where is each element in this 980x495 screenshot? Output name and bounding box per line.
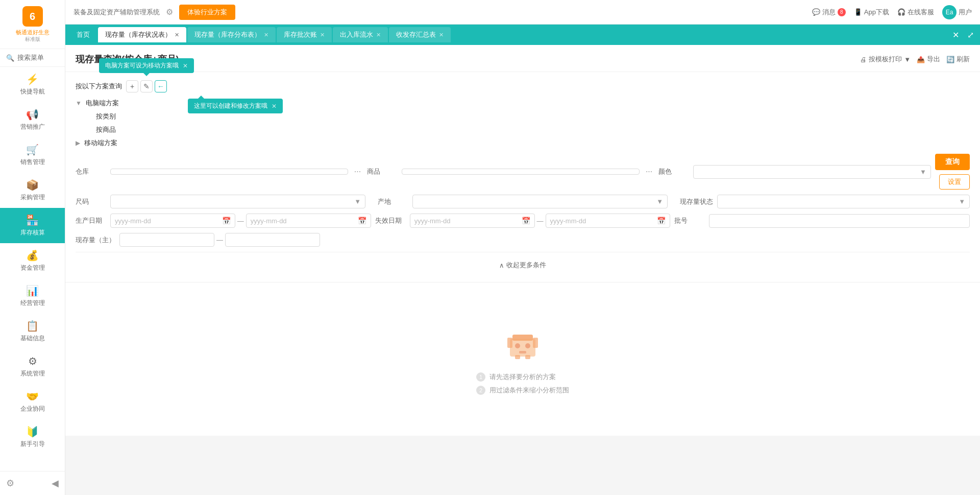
scheme-name-category[interactable]: 按类别 (96, 112, 137, 121)
marketing-icon: 📢 (26, 108, 39, 121)
collapse-row: ∧ 收起更多条件 (76, 252, 970, 274)
add-scheme-btn[interactable]: + (126, 80, 138, 92)
tab-inout-flow[interactable]: 出入库流水 ✕ (333, 27, 388, 42)
tab-inventory-dist[interactable]: 现存量（库存分布表） ✕ (187, 27, 276, 42)
sidebar-item-purchase[interactable]: 📦 采购管理 (0, 173, 65, 208)
color-select[interactable]: ▼ (693, 165, 931, 179)
support-action[interactable]: 🎧 在线客服 (897, 8, 934, 17)
warehouse-dots[interactable]: ··· (352, 167, 363, 176)
page-inner: 现存量查询(按仓库+商品) 🖨 按模板打印 ▼ 📤 导出 🔄 刷新 (65, 45, 980, 436)
sidebar-item-basic[interactable]: 📋 基础信息 (0, 314, 65, 349)
trial-btn[interactable]: 体验行业方案 (179, 5, 235, 20)
app-download-action[interactable]: 📱 App下载 (854, 8, 889, 17)
filter-stock-status: 现存量状态 ▼ (680, 195, 970, 208)
sidebar-item-system[interactable]: ⚙ 系统管理 (0, 349, 65, 384)
header-right: 💬 消息 8 📱 App下载 🎧 在线客服 Ea 用户 (812, 5, 972, 19)
close-all-tabs-icon[interactable]: ✕ (950, 28, 961, 42)
sidebar-search[interactable]: 🔍 搜索菜单 (0, 49, 65, 67)
batch-label: 批号 (674, 216, 705, 225)
filter-header: 按以下方案查询 + ✎ 电脑方案可设为移动方案哦 ✕ (76, 80, 970, 92)
warehouse-label: 仓库 (76, 167, 106, 176)
maximize-icon[interactable]: ⤢ (965, 28, 976, 42)
empty-hint-2: 2 用过滤条件来缩小分析范围 (476, 386, 569, 395)
goods-dots[interactable]: ··· (644, 167, 654, 176)
sidebar-item-enterprise[interactable]: 🤝 企业协同 (0, 384, 65, 419)
mobile-scheme-label[interactable]: 移动端方案 (84, 138, 125, 148)
svg-rect-2 (507, 338, 512, 348)
empty-illustration (502, 323, 543, 364)
sidebar-item-finance[interactable]: 💰 资金管理 (0, 243, 65, 278)
search-button[interactable]: 查询 (935, 154, 970, 170)
mobile-scheme-collapse-icon[interactable]: ▶ (76, 139, 80, 147)
tab-receipt-summary[interactable]: 收发存汇总表 ✕ (389, 27, 451, 42)
tab-bar: 首页 现存量（库存状况表） ✕ 现存量（库存分布表） ✕ 库存批次账 ✕ 出入库… (65, 25, 980, 45)
tab-close-batch-account[interactable]: ✕ (320, 32, 325, 38)
finance-icon: 💰 (26, 249, 39, 262)
calendar-icon-exp-end: 📅 (657, 217, 666, 225)
desktop-scheme-label[interactable]: 电脑端方案 (86, 99, 127, 108)
svg-rect-8 (525, 355, 530, 359)
hint-num-1: 1 (476, 372, 485, 382)
refresh-btn[interactable]: 🔄 刷新 (946, 55, 970, 64)
expiry-date-start[interactable]: yyyy-mm-dd 📅 (410, 214, 535, 228)
headset-icon: 🎧 (897, 8, 905, 16)
sidebar-item-guide[interactable]: 🔰 新手引导 (0, 419, 65, 455)
tab-close-inventory-dist[interactable]: ✕ (264, 32, 268, 38)
size-select[interactable]: ▼ (110, 195, 365, 208)
sidebar-item-inventory[interactable]: 🏪 库存核算 (0, 208, 65, 243)
svg-rect-1 (512, 335, 533, 341)
sidebar-item-marketing[interactable]: 📢 营销推广 (0, 102, 65, 137)
empty-hint-1: 1 请先选择要分析的方案 (476, 372, 569, 382)
sidebar-item-sales[interactable]: 🛒 销售管理 (0, 137, 65, 173)
production-date-start[interactable]: yyyy-mm-dd 📅 (110, 214, 235, 228)
scheme-name-goods[interactable]: 按商品 (96, 125, 137, 134)
production-date-end[interactable]: yyyy-mm-dd 📅 (246, 214, 371, 228)
print-btn[interactable]: 🖨 按模板打印 ▼ (860, 55, 911, 64)
tooltip-close-create[interactable]: ✕ (272, 103, 277, 110)
filter-label: 按以下方案查询 (76, 82, 122, 91)
warehouse-select[interactable] (110, 169, 348, 175)
stock-qty-start[interactable] (119, 233, 214, 247)
message-action[interactable]: 💬 消息 8 (812, 8, 846, 17)
stock-status-select[interactable]: ▼ (717, 195, 970, 208)
tab-close-inventory-status[interactable]: ✕ (175, 32, 179, 38)
settings-icon[interactable]: ⚙ (6, 478, 14, 489)
tab-inventory-status[interactable]: 现存量（库存状况表） ✕ (98, 27, 186, 42)
tooltip-close-scheme[interactable]: ✕ (183, 62, 188, 69)
desktop-scheme-collapse-icon[interactable]: ▼ (76, 100, 82, 107)
sidebar-item-quick-nav[interactable]: ⚡ 快捷导航 (0, 67, 65, 102)
sidebar-item-operation[interactable]: 📊 经营管理 (0, 278, 65, 314)
set-button[interactable]: 设置 (939, 174, 970, 190)
tab-close-receipt-summary[interactable]: ✕ (439, 32, 444, 38)
collapse-btn[interactable]: ∧ 收起更多条件 (76, 256, 970, 274)
basic-icon: 📋 (26, 320, 39, 332)
tabs-right: ✕ ⤢ (950, 28, 976, 42)
size-dropdown-icon: ▼ (354, 198, 361, 205)
gear-icon[interactable]: ⚙ (166, 7, 173, 17)
color-dropdown-icon: ▼ (920, 168, 926, 176)
tab-batch-account[interactable]: 库存批次账 ✕ (277, 27, 332, 42)
tab-home[interactable]: 首页 (69, 27, 97, 42)
stock-qty-end[interactable] (225, 233, 320, 247)
logo-icon: 6 (22, 6, 43, 27)
batch-input[interactable] (709, 214, 970, 228)
collapse-sidebar-icon[interactable]: ◀ (52, 478, 59, 489)
operation-icon: 📊 (26, 285, 39, 297)
production-date-label: 生产日期 (76, 216, 106, 225)
filter-production-date: 生产日期 yyyy-mm-dd 📅 — yyyy-mm-dd 📅 (76, 214, 371, 228)
back-btn[interactable]: ← (155, 80, 167, 92)
collapse-up-icon: ∧ (499, 262, 504, 269)
sidebar-logo: 6 畅通道好生意 标准版 (0, 0, 65, 49)
expiry-date-end[interactable]: yyyy-mm-dd 📅 (546, 214, 671, 228)
origin-select[interactable]: ▼ (412, 195, 668, 208)
filter-row-4: 现存量（主） — (76, 233, 970, 247)
app-header: 装备及固定资产辅助管理系统 ⚙ 体验行业方案 💬 消息 8 📱 App下载 🎧 … (65, 0, 980, 25)
edit-scheme-btn[interactable]: ✎ 电脑方案可设为移动方案哦 ✕ (140, 80, 153, 92)
desktop-scheme-items: 按类别 按商品 (76, 112, 970, 134)
tab-close-inout-flow[interactable]: ✕ (376, 32, 381, 38)
goods-select[interactable] (402, 169, 640, 175)
avatar: Ea (942, 5, 957, 19)
export-btn[interactable]: 📤 导出 (917, 55, 940, 64)
user-action[interactable]: Ea 用户 (942, 5, 972, 19)
edit-icon: ✎ (143, 82, 150, 90)
